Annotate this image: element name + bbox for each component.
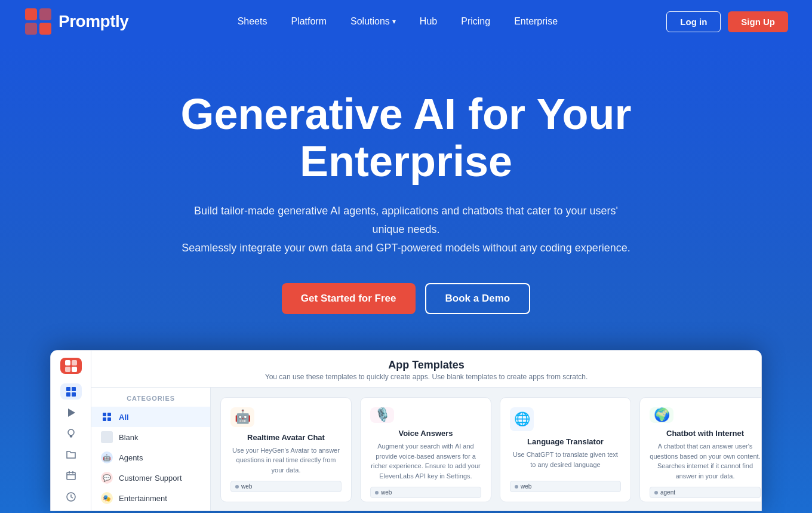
svg-rect-21 bbox=[103, 413, 106, 416]
nav-platform[interactable]: Platform bbox=[281, 11, 336, 32]
badge-dot-0 bbox=[235, 485, 239, 489]
logo[interactable]: Promptly bbox=[24, 7, 128, 36]
app-header: App Templates You can use these template… bbox=[91, 351, 761, 388]
sidebar-play-icon[interactable] bbox=[60, 404, 82, 420]
app-main: App Templates You can use these template… bbox=[91, 351, 761, 511]
all-icon bbox=[101, 411, 113, 423]
book-demo-button[interactable]: Book a Demo bbox=[425, 283, 531, 314]
template-badge-3: agent bbox=[650, 487, 761, 498]
svg-point-13 bbox=[68, 429, 74, 435]
hero-heading: Generative AI for Your Enterprise bbox=[137, 91, 675, 185]
svg-rect-6 bbox=[65, 367, 70, 372]
hero-section: Generative AI for Your Enterprise Build … bbox=[0, 43, 812, 513]
badge-dot-3 bbox=[654, 491, 658, 494]
svg-rect-8 bbox=[66, 387, 70, 391]
template-desc-1: Augment your search with AI and provide … bbox=[370, 441, 481, 481]
hero-subtext: Build tailor-made generative AI agents, … bbox=[179, 202, 633, 257]
nav-enterprise[interactable]: Enterprise bbox=[505, 11, 567, 32]
svg-rect-11 bbox=[72, 392, 76, 397]
template-title-1: Voice Answers bbox=[370, 429, 481, 438]
svg-rect-0 bbox=[25, 8, 37, 20]
svg-rect-10 bbox=[66, 392, 70, 397]
sidebar-grid-icon[interactable] bbox=[60, 383, 82, 400]
template-card-0[interactable]: 🤖 Realtime Avatar Chat Use your HeyGen's… bbox=[220, 397, 352, 502]
get-started-button[interactable]: Get Started for Free bbox=[282, 283, 416, 314]
svg-rect-2 bbox=[25, 23, 37, 35]
nav-actions: Log in Sign Up bbox=[666, 11, 788, 32]
templates-grid: 🤖 Realtime Avatar Chat Use your HeyGen's… bbox=[211, 388, 761, 511]
app-content: CATEGORIES All B bbox=[91, 388, 761, 511]
nav-sheets[interactable]: Sheets bbox=[228, 11, 277, 32]
app-sidebar bbox=[51, 351, 91, 511]
sidebar-bulb-icon[interactable] bbox=[60, 426, 82, 442]
template-desc-3: A chatbot that can answer user's questio… bbox=[650, 441, 761, 481]
category-agents[interactable]: 🤖 Agents bbox=[91, 447, 210, 468]
category-customer-support[interactable]: 💬 Customer Support bbox=[91, 468, 210, 488]
app-subtitle: You can use these templates to quickly c… bbox=[103, 373, 749, 381]
template-title-3: Chatbot with Internet bbox=[650, 429, 761, 438]
svg-rect-14 bbox=[69, 435, 72, 437]
template-badge-0: web bbox=[230, 481, 342, 492]
entertainment-icon: 🎭 bbox=[101, 492, 113, 504]
categories-panel: CATEGORIES All B bbox=[91, 388, 211, 511]
svg-rect-3 bbox=[39, 23, 51, 35]
template-title-0: Realtime Avatar Chat bbox=[230, 433, 342, 442]
nav-solutions[interactable]: Solutions ▾ bbox=[341, 11, 405, 32]
category-entertainment[interactable]: 🎭 Entertainment bbox=[91, 488, 210, 508]
logo-text: Promptly bbox=[59, 12, 128, 31]
template-desc-0: Use your HeyGen's Avatar to answer quest… bbox=[230, 446, 342, 475]
chevron-down-icon: ▾ bbox=[392, 17, 396, 26]
svg-rect-24 bbox=[107, 417, 111, 421]
blank-icon bbox=[101, 431, 113, 443]
sidebar-folder-icon[interactable] bbox=[60, 447, 82, 463]
nav-pricing[interactable]: Pricing bbox=[451, 11, 500, 32]
template-icon-3: 🌍 bbox=[650, 407, 673, 423]
svg-rect-4 bbox=[65, 360, 70, 365]
template-icon-1: 🎙️ bbox=[370, 407, 394, 423]
template-badge-1: web bbox=[370, 487, 481, 498]
support-icon: 💬 bbox=[101, 472, 113, 484]
sidebar-logo[interactable] bbox=[60, 358, 82, 374]
navbar: Promptly Sheets Platform Solutions ▾ Hub… bbox=[0, 0, 812, 43]
template-title-2: Language Translator bbox=[510, 437, 621, 446]
template-card-3[interactable]: 🌍 Chatbot with Internet A chatbot that c… bbox=[639, 397, 761, 502]
category-blank[interactable]: Blank bbox=[91, 427, 210, 447]
categories-title: CATEGORIES bbox=[91, 395, 210, 407]
svg-rect-9 bbox=[72, 387, 76, 391]
nav-links: Sheets Platform Solutions ▾ Hub Pricing … bbox=[228, 11, 567, 32]
agents-icon: 🤖 bbox=[101, 451, 113, 463]
svg-rect-1 bbox=[39, 8, 51, 20]
sidebar-calendar-icon[interactable] bbox=[60, 468, 82, 484]
logo-icon bbox=[24, 7, 53, 36]
svg-marker-12 bbox=[68, 408, 75, 417]
svg-rect-7 bbox=[72, 367, 77, 372]
svg-rect-5 bbox=[72, 360, 77, 365]
login-button[interactable]: Log in bbox=[666, 11, 721, 32]
svg-rect-23 bbox=[103, 417, 106, 421]
template-icon-0: 🤖 bbox=[230, 407, 254, 427]
nav-hub[interactable]: Hub bbox=[410, 11, 447, 32]
app-title: App Templates bbox=[103, 359, 749, 371]
sidebar-logo-icon bbox=[64, 360, 78, 373]
template-card-2[interactable]: 🌐 Language Translator Use ChatGPT to tra… bbox=[500, 397, 631, 502]
sidebar-clock-icon[interactable] bbox=[60, 489, 82, 505]
template-desc-2: Use ChatGPT to translate given text to a… bbox=[510, 450, 621, 475]
svg-rect-15 bbox=[70, 437, 72, 438]
badge-dot-2 bbox=[515, 485, 518, 489]
hero-buttons: Get Started for Free Book a Demo bbox=[12, 283, 800, 314]
svg-rect-16 bbox=[67, 472, 75, 480]
badge-dot-1 bbox=[375, 491, 379, 494]
svg-rect-22 bbox=[107, 413, 111, 416]
template-badge-2: web bbox=[510, 481, 621, 492]
category-all[interactable]: All bbox=[91, 407, 210, 427]
signup-button[interactable]: Sign Up bbox=[728, 11, 788, 32]
template-card-1[interactable]: 🎙️ Voice Answers Augment your search wit… bbox=[360, 397, 491, 502]
app-preview: App Templates You can use these template… bbox=[50, 350, 762, 511]
template-icon-2: 🌐 bbox=[510, 407, 534, 431]
